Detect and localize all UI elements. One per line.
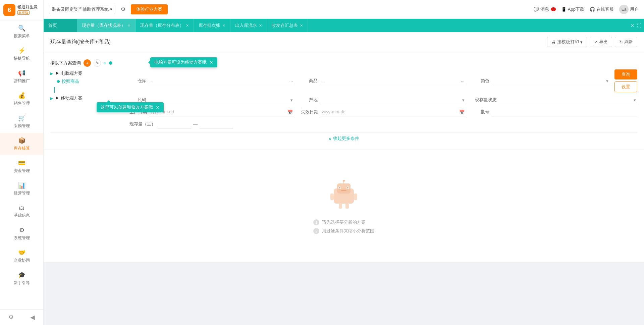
page-header: 现存量查询(按仓库+商品) 🖨 按模板打印 ▾ ↗ 导出 ↻ 刷新 (44, 32, 644, 52)
tab-expand-icon[interactable]: ⛶ (637, 23, 641, 28)
filter-body: ▶ ▶ 电脑端方案 按照商品 (50, 69, 637, 128)
tab-close-icon[interactable]: ✕ (186, 23, 189, 28)
filter-add-btn[interactable]: + (84, 59, 91, 67)
stock-qty-min-input[interactable] (158, 120, 191, 128)
sidebar-item-label: 新手引导 (14, 280, 30, 286)
filter-cell-batch: 批号 (473, 108, 637, 116)
user-action[interactable]: Ea 用户 (619, 5, 639, 14)
tooltip-close-btn[interactable]: ✕ (209, 60, 213, 65)
batch-input[interactable] (491, 108, 637, 116)
calendar-icon2[interactable]: 📅 (459, 110, 465, 115)
sidebar-item-sales[interactable]: 💰 销售管理 (0, 88, 43, 110)
range-separator: — (193, 122, 198, 127)
footer-settings-icon[interactable]: ⚙ (8, 314, 14, 321)
sidebar-item-quicknav[interactable]: ⚡ 快捷导航 (0, 43, 43, 65)
produce-date-input[interactable] (149, 108, 294, 116)
expire-date-input[interactable] (320, 108, 466, 116)
set-button[interactable]: 设置 (614, 82, 637, 92)
tab-close-icon[interactable]: ✕ (259, 23, 262, 28)
quick-nav-icon: ⚡ (18, 47, 25, 54)
system-name-select[interactable]: 装备及固定资产辅助管理系统 ▾ (49, 5, 115, 14)
support-label: 在线客服 (596, 6, 614, 12)
scheme-by-goods[interactable]: 按照商品 (57, 77, 121, 86)
tab-flow[interactable]: 出入库流水 ✕ (230, 19, 267, 32)
filter-edit-btn[interactable]: ✎ (94, 59, 101, 67)
tab-home[interactable]: 首页 (44, 19, 77, 32)
refresh-icon: ↻ (619, 40, 623, 45)
warehouse-input-wrap: ··· (148, 76, 294, 85)
print-button[interactable]: 🖨 按模板打印 ▾ (547, 37, 587, 47)
stock-status-select[interactable] (499, 96, 637, 104)
expire-date-label: 失效日期 (301, 109, 318, 115)
sidebar-item-label: 营销推广 (14, 78, 30, 84)
svg-rect-10 (354, 194, 357, 200)
tab-inventory-status[interactable]: 现存量（库存状况表） ✕ (77, 19, 136, 32)
sidebar-item-system[interactable]: ⚙ 系统管理 (0, 222, 43, 245)
tab-close-icon[interactable]: ✕ (300, 23, 303, 28)
svg-rect-11 (339, 204, 342, 209)
search-icon: 🔍 (18, 24, 25, 32)
sidebar-item-guide[interactable]: 🎓 新手引导 (0, 267, 43, 290)
sidebar-item-search[interactable]: 🔍 搜索菜单 (0, 20, 43, 43)
filter-label: 按以下方案查询 (50, 60, 81, 66)
tab-batch-account[interactable]: 库存批次账 ✕ (194, 19, 230, 32)
calendar-icon[interactable]: 📅 (287, 110, 293, 115)
message-action[interactable]: 💬 消息 6 (534, 6, 556, 12)
sidebar-item-ops[interactable]: 📊 经营管理 (0, 178, 43, 200)
empty-state: 1 请先选择要分析的方案 2 用过滤条件来缩小分析范围 (44, 150, 644, 262)
empty-tips: 1 请先选择要分析的方案 2 用过滤条件来缩小分析范围 (313, 218, 374, 235)
empty-tip-1: 1 请先选择要分析的方案 (313, 218, 374, 227)
stock-qty-range: — (158, 120, 466, 128)
refresh-button[interactable]: ↻ 刷新 (615, 37, 637, 47)
trial-button[interactable]: 体验行业方案 (131, 4, 168, 14)
marketing-icon: 📢 (18, 69, 25, 77)
tooltip-text: 电脑方案可设为移动方案哦 (154, 59, 207, 65)
color-select-wrap: ▾ (491, 76, 610, 85)
sidebar-nav: 🔍 搜索菜单 ⚡ 快捷导航 📢 营销推广 💰 销售管理 🛒 采购管理 📦 库存核… (0, 20, 43, 309)
tab-label: 现存量（库存状况表） (82, 22, 125, 29)
scheme-desktop-item[interactable]: ▶ ▶ 电脑端方案 (50, 69, 121, 77)
color-select[interactable] (491, 76, 610, 85)
size-select[interactable] (148, 96, 294, 104)
scheme-sub-label: 按照商品 (62, 78, 79, 85)
more-dots-icon: ··· (289, 78, 293, 84)
print-label: 按模板打印 (557, 39, 579, 45)
collapse-row[interactable]: ∧ 收起更多条件 (50, 132, 637, 144)
origin-select[interactable] (320, 96, 466, 104)
tab-close-icon[interactable]: ✕ (222, 23, 225, 28)
scheme-tooltip-1: 电脑方案可设为移动方案哦 ✕ (150, 57, 217, 67)
tab-inventory-dist[interactable]: 现存量（库存分布表） ✕ (136, 19, 194, 32)
sidebar-item-inventory[interactable]: 📦 库存核算 (0, 133, 43, 155)
footer-collapse-icon[interactable]: ◀ (30, 314, 35, 321)
origin-label: 产地 (301, 97, 318, 103)
filter-back-btn[interactable]: « (104, 60, 106, 66)
tab-close-all-icon[interactable]: ✕ (631, 23, 634, 28)
sidebar-item-collab[interactable]: 🤝 企业协同 (0, 245, 43, 267)
message-badge: 6 (551, 7, 556, 11)
sidebar-item-finance[interactable]: 💳 资金管理 (0, 155, 43, 178)
stock-qty-max-input[interactable] (200, 120, 233, 128)
connector-dot (109, 61, 112, 65)
gear-icon[interactable]: ⚙ (119, 5, 127, 14)
collab-icon: 🤝 (18, 249, 25, 256)
search-button[interactable]: 查询 (614, 69, 637, 79)
online-support-action[interactable]: 🎧 在线客服 (590, 6, 614, 12)
export-button[interactable]: ↗ 导出 (590, 37, 612, 47)
tab-close-icon[interactable]: ✕ (127, 23, 130, 28)
warehouse-input[interactable] (148, 76, 294, 85)
sidebar-item-purchase[interactable]: 🛒 采购管理 (0, 110, 43, 133)
export-label: 导出 (599, 39, 608, 45)
page-title: 现存量查询(按仓库+商品) (50, 39, 111, 46)
tooltip2-close-btn[interactable]: ✕ (156, 105, 160, 110)
sidebar-item-base[interactable]: 🗂 基础信息 (0, 200, 43, 222)
sidebar-item-label: 基础信息 (14, 213, 30, 218)
tab-label: 收发存汇总表 (272, 22, 298, 29)
page-inner: 现存量查询(按仓库+商品) 🖨 按模板打印 ▾ ↗ 导出 ↻ 刷新 (44, 32, 644, 262)
sidebar-item-marketing[interactable]: 📢 营销推广 (0, 65, 43, 88)
tab-summary[interactable]: 收发存汇总表 ✕ (267, 19, 308, 32)
chevron-up-icon: ∧ (328, 136, 332, 141)
goods-input[interactable] (320, 76, 466, 85)
export-icon: ↗ (594, 40, 598, 45)
inventory-icon: 📦 (18, 137, 25, 144)
app-download-action[interactable]: 📱 App下载 (561, 6, 584, 12)
